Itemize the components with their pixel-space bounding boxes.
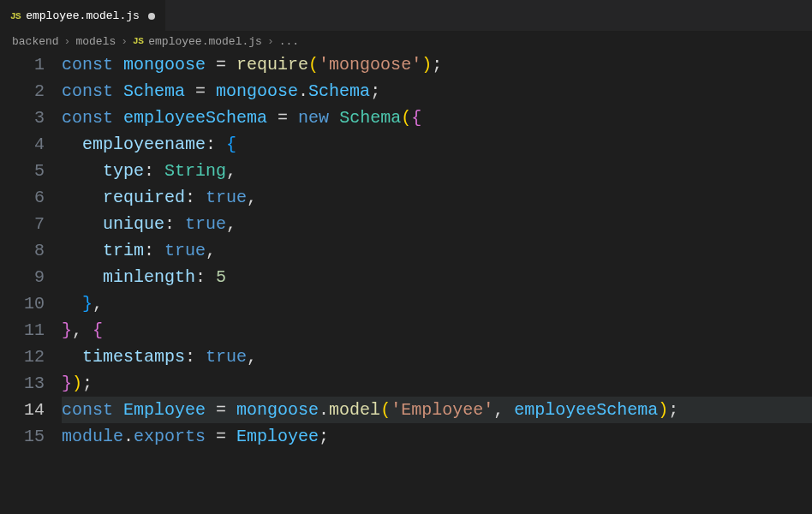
code-line[interactable]: trim: true, [62, 237, 812, 264]
chevron-right-icon: › [64, 35, 71, 48]
line-number: 2 [0, 78, 45, 105]
line-number: 14 [0, 397, 45, 423]
code-line[interactable]: const mongoose = require('mongoose'); [62, 51, 812, 78]
breadcrumb-trailing[interactable]: ... [279, 35, 299, 48]
code-line[interactable]: }, { [62, 317, 812, 344]
line-number: 4 [0, 131, 45, 158]
chevron-right-icon: › [267, 35, 274, 48]
code-line[interactable]: const Schema = mongoose.Schema; [62, 78, 812, 105]
line-number: 1 [0, 51, 45, 78]
dirty-indicator-icon [148, 13, 155, 20]
line-number: 3 [0, 105, 45, 131]
code-line[interactable]: module.exports = Employee; [62, 423, 812, 450]
code-line[interactable]: required: true, [62, 184, 812, 211]
code-line[interactable]: type: String, [62, 158, 812, 184]
code-line[interactable]: timestamps: true, [62, 344, 812, 370]
js-icon: JS [133, 36, 143, 46]
code-line[interactable]: const Employee = mongoose.model('Employe… [62, 397, 812, 423]
line-number: 13 [0, 370, 45, 397]
js-icon: JS [10, 11, 21, 21]
code-line[interactable]: unique: true, [62, 211, 812, 237]
line-number: 15 [0, 423, 45, 450]
chevron-right-icon: › [121, 35, 128, 48]
line-number-gutter: 123456789101112131415 [0, 51, 62, 450]
line-number: 6 [0, 184, 45, 211]
tab-file[interactable]: JS employee.model.js [0, 0, 165, 31]
line-number: 9 [0, 264, 45, 290]
code-editor[interactable]: 123456789101112131415 const mongoose = r… [0, 51, 812, 450]
code-line[interactable]: const employeeSchema = new Schema({ [62, 105, 812, 131]
breadcrumb[interactable]: backend › models › JS employee.model.js … [0, 31, 812, 51]
code-content[interactable]: const mongoose = require('mongoose');con… [62, 51, 812, 450]
code-line[interactable]: minlength: 5 [62, 264, 812, 290]
line-number: 7 [0, 211, 45, 237]
breadcrumb-segment[interactable]: backend [12, 35, 59, 48]
breadcrumb-file[interactable]: employee.model.js [148, 35, 262, 48]
code-line[interactable]: }); [62, 370, 812, 397]
line-number: 8 [0, 237, 45, 264]
code-line[interactable]: employeename: { [62, 131, 812, 158]
tab-bar: JS employee.model.js [0, 0, 812, 31]
line-number: 5 [0, 158, 45, 184]
line-number: 10 [0, 290, 45, 317]
line-number: 12 [0, 344, 45, 370]
breadcrumb-segment[interactable]: models [75, 35, 116, 48]
code-line[interactable]: }, [62, 290, 812, 317]
tab-filename: employee.model.js [26, 9, 140, 22]
line-number: 11 [0, 317, 45, 344]
